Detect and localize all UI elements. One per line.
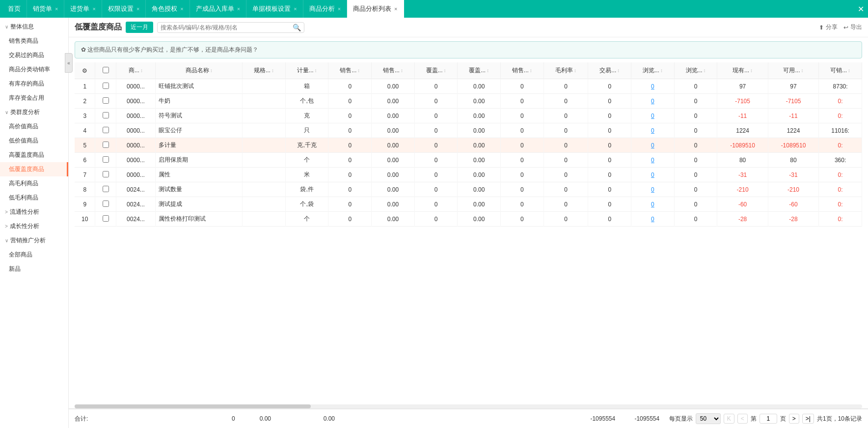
browse-link[interactable]: 0 — [651, 113, 654, 119]
col-header-coverage2[interactable]: 覆盖...↕ — [458, 62, 501, 79]
row-checkbox[interactable] — [103, 127, 109, 133]
tab-close-icon[interactable]: × — [394, 6, 397, 12]
col-header-settings[interactable]: ⚙ — [75, 62, 95, 79]
col-header-spec[interactable]: 规格...↕ — [243, 62, 286, 79]
row-checkbox[interactable] — [103, 156, 109, 163]
page-input[interactable] — [760, 414, 777, 424]
col-header-unit[interactable]: 计量...↕ — [285, 62, 328, 79]
col-header-available_stock[interactable]: 可用...↕ — [768, 62, 818, 79]
sidebar-section-title-成长性分析[interactable]: >成长性分析 — [0, 219, 68, 233]
sidebar-item-高毛利商品[interactable]: 高毛利商品 — [0, 176, 68, 191]
table-cell — [95, 79, 116, 94]
tab-close-icon[interactable]: × — [55, 6, 58, 12]
col-header-sales_qty[interactable]: 销售...↕ — [328, 62, 372, 79]
col-header-coverage1[interactable]: 覆盖...↕ — [414, 62, 458, 79]
browse-link[interactable]: 0 — [651, 186, 654, 193]
export-btn[interactable]: ↩ 导出 — [843, 23, 862, 31]
sidebar-item-低价值商品[interactable]: 低价值商品 — [0, 134, 68, 148]
time-filter-btn[interactable]: 近一月 — [126, 22, 153, 33]
share-icon: ⬆ — [819, 24, 824, 31]
tab-close-icon[interactable]: × — [136, 6, 139, 12]
browse-link[interactable]: 0 — [651, 142, 654, 149]
sidebar-item-有库存的商品[interactable]: 有库存的商品 — [0, 77, 68, 91]
sidebar-collapse-btn[interactable]: « — [65, 53, 73, 73]
section-arrow-icon: > — [5, 224, 8, 229]
col-header-browse1[interactable]: 浏览...↕ — [631, 62, 675, 79]
nav-tab-权限设置[interactable]: 权限设置× — [102, 0, 146, 18]
sidebar-item-库存资金占用[interactable]: 库存资金占用 — [0, 91, 68, 105]
sidebar-item-低覆盖度商品[interactable]: 低覆盖度商品 — [0, 162, 68, 176]
row-checkbox[interactable] — [103, 171, 109, 177]
row-checkbox[interactable] — [103, 142, 109, 148]
row-checkbox[interactable] — [103, 83, 109, 89]
col-header-name[interactable]: 商品名称↕ — [156, 62, 243, 79]
sidebar-section-title-营销推广分析[interactable]: ∨营销推广分析 — [0, 233, 68, 248]
select-all-checkbox[interactable] — [103, 67, 109, 73]
browse-link[interactable]: 0 — [651, 83, 654, 90]
nav-tab-商品分析[interactable]: 商品分析× — [303, 0, 347, 18]
next-page-btn[interactable]: > — [789, 414, 799, 424]
row-checkbox[interactable] — [103, 215, 109, 222]
nav-tab-角色授权[interactable]: 角色授权× — [146, 0, 190, 18]
prev-page-btn[interactable]: < — [737, 414, 748, 424]
col-header-transaction[interactable]: 交易...↕ — [588, 62, 631, 79]
row-checkbox[interactable] — [103, 200, 109, 207]
col-header-browse2[interactable]: 浏览...↕ — [674, 62, 717, 79]
sidebar-section-title-整体信息[interactable]: ∨整体信息 — [0, 20, 68, 34]
page-size-select[interactable]: 2050100 — [696, 413, 721, 424]
browse-link[interactable]: 0 — [651, 127, 654, 134]
tab-close-icon[interactable]: × — [180, 6, 183, 12]
col-header-gross_rate[interactable]: 毛利率↕ — [543, 62, 588, 79]
col-header-checkbox[interactable] — [95, 62, 116, 79]
nav-tab-进货单[interactable]: 进货单× — [64, 0, 102, 18]
sidebar-section-title-流通性分析[interactable]: >流通性分析 — [0, 205, 68, 219]
sidebar-item-销售类商品[interactable]: 销售类商品 — [0, 34, 68, 48]
table-cell: 0 — [631, 197, 675, 212]
row-checkbox[interactable] — [103, 97, 109, 104]
row-checkbox[interactable] — [103, 186, 109, 192]
total-label: 合计: — [75, 415, 88, 423]
sidebar-item-交易过的商品[interactable]: 交易过的商品 — [0, 48, 68, 62]
table-cell: -60 — [768, 197, 818, 212]
tab-close-icon[interactable]: × — [338, 6, 341, 12]
horizontal-scrollbar[interactable] — [75, 404, 862, 408]
sidebar-item-高价值商品[interactable]: 高价值商品 — [0, 119, 68, 134]
nav-tab-产成品入库单[interactable]: 产成品入库单× — [190, 0, 246, 18]
browse-link[interactable]: 0 — [651, 98, 654, 105]
last-page-btn[interactable]: >| — [802, 414, 814, 424]
search-icon[interactable]: 🔍 — [293, 24, 301, 31]
col-header-sales_amount[interactable]: 销售...↕ — [372, 62, 415, 79]
browse-link[interactable]: 0 — [651, 157, 654, 164]
sidebar-item-新品[interactable]: 新品 — [0, 262, 68, 276]
table-cell: 0.00 — [458, 182, 501, 197]
sidebar-item-高覆盖度商品[interactable]: 高覆盖度商品 — [0, 148, 68, 162]
search-input[interactable] — [161, 24, 293, 31]
browse-link[interactable]: 0 — [651, 171, 654, 178]
col-header-current_stock[interactable]: 现有...↕ — [717, 62, 768, 79]
nav-tab-销货单[interactable]: 销货单× — [27, 0, 64, 18]
col-header-saleable[interactable]: 可销...↕ — [819, 62, 862, 79]
row-checkbox[interactable] — [103, 112, 109, 118]
first-page-btn[interactable]: K — [724, 414, 734, 424]
sidebar-section-title-类群度分析[interactable]: ∨类群度分析 — [0, 105, 68, 119]
settings-gear-icon[interactable]: ⚙ — [82, 67, 87, 74]
nav-tab-首页[interactable]: 首页 — [2, 0, 27, 18]
share-btn[interactable]: ⬆ 分享 — [819, 23, 838, 31]
table-row: 80024...测试数量袋,件00.0000.0000000-210-2100: — [75, 182, 862, 197]
sidebar-item-商品分类动销率[interactable]: 商品分类动销率 — [0, 62, 68, 77]
tab-close-icon[interactable]: × — [92, 6, 95, 12]
table-cell: -28 — [768, 212, 818, 227]
sidebar-item-全部商品[interactable]: 全部商品 — [0, 248, 68, 262]
browse-link[interactable]: 0 — [651, 201, 654, 208]
section-label: 类群度分析 — [10, 108, 40, 116]
table-cell: 只 — [285, 123, 328, 138]
col-header-code[interactable]: 商...↕ — [116, 62, 156, 79]
nav-tab-单据模板设置[interactable]: 单据模板设置× — [246, 0, 303, 18]
col-header-sales3[interactable]: 销售...↕ — [500, 62, 543, 79]
tab-close-icon[interactable]: × — [294, 6, 297, 12]
window-close-btn[interactable]: ✕ — [858, 4, 864, 14]
browse-link[interactable]: 0 — [651, 216, 654, 223]
sidebar-item-低毛利商品[interactable]: 低毛利商品 — [0, 191, 68, 205]
nav-tab-商品分析列表[interactable]: 商品分析列表× — [347, 0, 404, 18]
tab-close-icon[interactable]: × — [237, 6, 240, 12]
